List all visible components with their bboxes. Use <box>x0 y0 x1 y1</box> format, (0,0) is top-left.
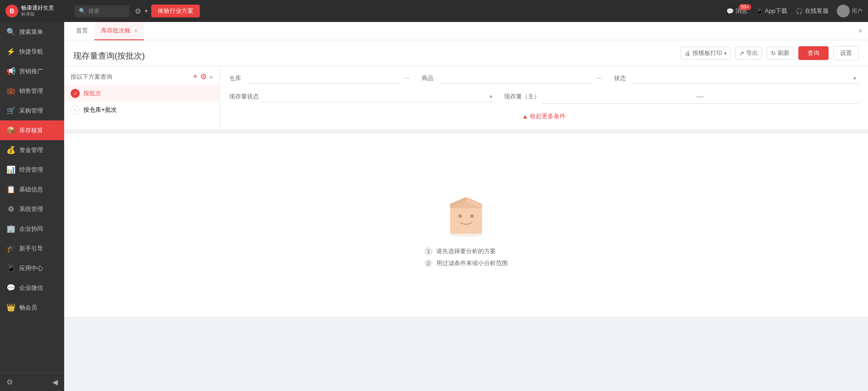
scheme-item-by-batch[interactable]: ✓ 按批次 <box>64 85 220 102</box>
purchase-icon: 🛒 <box>6 106 16 115</box>
tab-bar: 首页 库存批次账 × × <box>64 22 868 40</box>
inventory-icon: 📦 <box>6 126 16 135</box>
tab-home[interactable]: 首页 <box>70 22 94 40</box>
stock-status-select[interactable]: ▾ <box>261 92 495 102</box>
sidebar-item-operation[interactable]: 📊 经营管理 <box>0 160 64 179</box>
experience-industry-button[interactable]: 体验行业方案 <box>151 5 200 17</box>
sidebar-item-member[interactable]: 👑 畅会员 <box>0 298 64 317</box>
goods-field: 商品 ··· <box>422 73 605 84</box>
sidebar-item-label: 新手引导 <box>19 244 43 253</box>
setting-button[interactable]: 设置 <box>833 46 859 60</box>
sidebar-item-inventory[interactable]: 📦 库存核算 <box>0 120 64 140</box>
stock-qty-range: — <box>541 89 859 104</box>
empty-tip-1: 1 请先选择要分析的方案 <box>424 247 508 255</box>
collapse-scheme-icon[interactable]: « <box>209 73 213 81</box>
status-select[interactable]: ▾ <box>632 73 859 84</box>
sidebar-item-wechat[interactable]: 💬 企业微信 <box>0 278 64 298</box>
add-scheme-icon[interactable]: + <box>193 72 198 81</box>
empty-tip-2: 2 用过滤条件来缩小分析范围 <box>424 259 508 267</box>
collapse-label: 收起更多条件 <box>530 112 566 120</box>
sidebar-item-purchase[interactable]: 🛒 采购管理 <box>0 101 64 120</box>
warehouse-input[interactable] <box>247 73 401 84</box>
scheme-settings-icon[interactable]: ⚙ <box>200 72 207 81</box>
filter-panel-title-text: 按以下方案查询 <box>71 73 112 81</box>
collapse-sidebar-icon[interactable]: ◀ <box>52 378 58 386</box>
dropdown-icon[interactable]: ▾ <box>145 8 148 14</box>
sidebar-item-system[interactable]: ⚙ 系统管理 <box>0 199 64 219</box>
tab-close-icon[interactable]: × <box>134 27 137 34</box>
system-icon: ⚙ <box>6 205 16 213</box>
settings-bottom-icon[interactable]: ⚙ <box>6 378 13 386</box>
sidebar-item-quick-nav[interactable]: ⚡ 快捷导航 <box>0 42 64 61</box>
tab-bar-right: × <box>858 27 863 35</box>
page-title: 现存量查询(按批次) <box>73 50 145 61</box>
scheme-active-icon: ✓ <box>71 89 80 98</box>
sidebar-item-base-info[interactable]: 📋 基础信息 <box>0 179 64 199</box>
main-layout: 🔍 搜索菜单 ⚡ 快捷导航 📢 营销推广 💼 销售管理 🛒 采购管理 📦 <box>0 22 868 391</box>
headset-icon: 🎧 <box>796 8 803 15</box>
sidebar-item-guide[interactable]: 🎓 新手引导 <box>0 239 64 258</box>
stock-status-label: 现存量状态 <box>229 92 261 101</box>
sidebar-item-label: 快捷导航 <box>19 48 43 56</box>
username-label: 用户 <box>852 7 863 15</box>
search-icon: 🔍 <box>79 8 86 14</box>
filter-panel-title: 按以下方案查询 + ⚙ « <box>64 72 220 85</box>
goods-more-icon[interactable]: ··· <box>593 74 605 82</box>
sidebar-item-enterprise[interactable]: 🏢 企业协同 <box>0 219 64 239</box>
stock-qty-min[interactable] <box>544 91 692 102</box>
stock-qty-max[interactable] <box>707 91 856 102</box>
goods-input[interactable] <box>440 73 593 84</box>
refresh-label: 刷新 <box>778 49 790 57</box>
tip-text-1: 请先选择要分析的方案 <box>436 247 496 255</box>
scheme-inactive-icon: ○ <box>71 105 80 114</box>
message-button[interactable]: 💬 消息 99+ <box>726 7 747 15</box>
settings-icon[interactable]: ⚙ <box>135 7 141 16</box>
online-service-button[interactable]: 🎧 在线客服 <box>796 7 829 15</box>
status-dropdown-icon: ▾ <box>853 75 856 81</box>
search-box[interactable]: 🔍 搜索 <box>74 5 129 17</box>
marketing-icon: 📢 <box>6 67 16 76</box>
filter-scheme-panel: 按以下方案查询 + ⚙ « ✓ 按批次 ○ 按仓库+批次 <box>64 66 220 130</box>
refresh-button[interactable]: ↻ 刷新 <box>767 47 794 60</box>
member-icon: 👑 <box>6 303 16 312</box>
empty-illustration <box>439 183 494 238</box>
filter-area: 按以下方案查询 + ⚙ « ✓ 按批次 ○ 按仓库+批次 <box>64 66 868 130</box>
logo-icon: B <box>5 5 18 17</box>
logo-text-block: 畅康通好生意 标准版 <box>21 5 54 17</box>
status-field: 状态 ▾ <box>614 73 859 84</box>
print-dropdown-icon[interactable]: ▾ <box>724 51 726 56</box>
sidebar-item-label: 企业协同 <box>19 225 43 233</box>
sidebar-item-label: 应用中心 <box>19 264 43 272</box>
scheme-item-by-warehouse-batch[interactable]: ○ 按仓库+批次 <box>64 102 220 118</box>
goods-label: 商品 <box>422 74 440 82</box>
message-icon: 💬 <box>726 8 734 15</box>
sidebar-item-finance[interactable]: 💰 资金管理 <box>0 140 64 160</box>
sidebar-bottom: ⚙ ◀ <box>0 373 64 391</box>
collapse-up-icon: ▲ <box>522 113 528 120</box>
sidebar-item-label: 企业微信 <box>19 284 43 292</box>
sidebar-item-label: 销售管理 <box>19 87 43 95</box>
sidebar-item-app-center[interactable]: 📱 应用中心 <box>0 258 64 278</box>
close-panel-icon[interactable]: × <box>858 27 863 35</box>
svg-rect-0 <box>450 208 482 234</box>
sidebar-item-sales[interactable]: 💼 销售管理 <box>0 81 64 101</box>
app-download-label: App下载 <box>765 7 787 15</box>
filter-right-panel: 仓库 ··· 商品 ··· 状态 <box>220 66 859 130</box>
sidebar-item-label: 采购管理 <box>19 107 43 115</box>
tip-num-2: 2 <box>424 259 433 267</box>
guide-icon: 🎓 <box>6 244 16 253</box>
user-avatar-button[interactable]: 用户 <box>837 5 863 17</box>
query-button[interactable]: 查询 <box>798 46 829 60</box>
sidebar: 🔍 搜索菜单 ⚡ 快捷导航 📢 营销推广 💼 销售管理 🛒 采购管理 📦 <box>0 22 64 391</box>
collapse-filter-button[interactable]: ▲ 收起更多条件 <box>229 109 859 123</box>
print-button[interactable]: 🖨 按模板打印 ▾ <box>681 47 731 60</box>
svg-point-5 <box>470 214 474 218</box>
export-button[interactable]: ↗ 导出 <box>735 47 762 60</box>
sidebar-item-marketing[interactable]: 📢 营销推广 <box>0 61 64 81</box>
sidebar-item-search-menu[interactable]: 🔍 搜索菜单 <box>0 22 64 42</box>
tab-inventory-batch[interactable]: 库存批次账 × <box>94 22 144 40</box>
warehouse-more-icon[interactable]: ··· <box>401 74 412 82</box>
stock-qty-field: 现存量（主） — <box>504 89 859 104</box>
app-download-button[interactable]: 📱 App下载 <box>756 7 787 15</box>
app-center-icon: 📱 <box>6 264 16 272</box>
